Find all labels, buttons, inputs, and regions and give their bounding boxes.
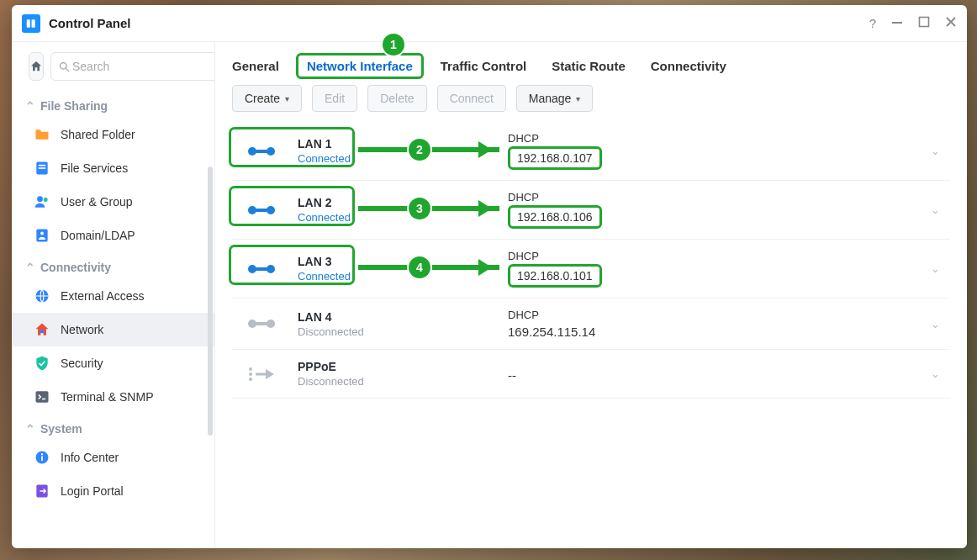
annotation-badge-3: 3 bbox=[409, 198, 430, 219]
interface-ip: -- bbox=[508, 368, 915, 383]
interface-status: Disconnected bbox=[298, 325, 508, 338]
interface-status: Disconnected bbox=[298, 375, 508, 388]
interface-row[interactable]: PPPoEDisconnected--⌄ bbox=[232, 350, 950, 399]
interface-list: 2LAN 1ConnectedDHCP192.168.0.107⌄3LAN 2C… bbox=[215, 122, 967, 399]
tabs: General Network Interface Traffic Contro… bbox=[215, 42, 967, 85]
file-services-icon bbox=[34, 160, 50, 177]
help-button[interactable]: ? bbox=[869, 16, 876, 30]
sidebar-item-external-access[interactable]: External Access bbox=[12, 279, 214, 313]
connect-button[interactable]: Connect bbox=[437, 85, 506, 112]
interface-row[interactable]: 3LAN 2ConnectedDHCP192.168.0.106⌄ bbox=[232, 181, 950, 240]
svg-rect-8 bbox=[39, 167, 45, 169]
svg-rect-31 bbox=[252, 322, 271, 325]
main-panel: General Network Interface Traffic Contro… bbox=[215, 42, 967, 548]
svg-rect-11 bbox=[36, 230, 47, 242]
annotation-badge-4: 4 bbox=[409, 256, 430, 278]
network-icon bbox=[34, 321, 50, 338]
interface-ip: 192.168.0.107 bbox=[508, 146, 602, 170]
interface-row[interactable]: LAN 4DisconnectedDHCP169.254.115.14⌄ bbox=[232, 298, 950, 350]
ethernet-icon bbox=[247, 316, 298, 331]
svg-rect-7 bbox=[39, 165, 45, 166]
manage-button[interactable]: Manage▾ bbox=[516, 85, 594, 112]
annotation-badge-1: 1 bbox=[383, 34, 404, 55]
sidebar-item-info-center[interactable]: Info Center bbox=[12, 441, 214, 474]
expand-toggle[interactable]: ⌄ bbox=[915, 318, 940, 330]
sidebar-scrollbar[interactable] bbox=[208, 166, 213, 436]
sidebar-item-user-group[interactable]: User & Group bbox=[12, 185, 214, 219]
sidebar-item-file-services[interactable]: File Services bbox=[12, 151, 214, 185]
svg-rect-15 bbox=[36, 391, 49, 402]
sidebar-item-shared-folder[interactable]: Shared Folder bbox=[12, 118, 214, 151]
tab-general[interactable]: General bbox=[232, 59, 279, 73]
tab-connectivity[interactable]: Connectivity bbox=[651, 59, 726, 73]
interface-ip: 169.254.115.14 bbox=[508, 325, 915, 339]
svg-rect-3 bbox=[920, 18, 929, 27]
shield-icon bbox=[34, 355, 50, 372]
section-connectivity[interactable]: ⌃ Connectivity bbox=[12, 252, 214, 279]
interface-name: LAN 4 bbox=[298, 310, 508, 324]
home-button[interactable] bbox=[29, 52, 44, 81]
expand-toggle[interactable]: ⌄ bbox=[915, 367, 940, 380]
svg-rect-14 bbox=[40, 330, 45, 333]
svg-point-33 bbox=[249, 372, 252, 376]
app-icon bbox=[22, 14, 40, 33]
create-button[interactable]: Create▾ bbox=[232, 85, 302, 112]
interface-row[interactable]: 2LAN 1ConnectedDHCP192.168.0.107⌄ bbox=[232, 122, 950, 181]
close-button[interactable] bbox=[945, 16, 957, 30]
tab-network-interface[interactable]: Network Interface bbox=[296, 53, 424, 79]
domain-icon bbox=[34, 227, 50, 244]
delete-button[interactable]: Delete bbox=[367, 85, 426, 112]
interface-ip: 192.168.0.101 bbox=[508, 264, 602, 288]
window-controls: ? bbox=[869, 16, 957, 30]
edit-button[interactable]: Edit bbox=[312, 85, 357, 112]
interface-name: PPPoE bbox=[298, 360, 508, 373]
search-input[interactable] bbox=[71, 59, 215, 74]
svg-line-5 bbox=[66, 68, 69, 71]
svg-rect-1 bbox=[32, 19, 35, 27]
interface-row[interactable]: 4LAN 3ConnectedDHCP192.168.0.101⌄ bbox=[232, 240, 950, 298]
login-portal-icon bbox=[34, 483, 50, 499]
control-panel-window: Control Panel ? ⌃ File bbox=[12, 5, 967, 548]
sidebar-item-terminal-snmp[interactable]: Terminal & SNMP bbox=[12, 380, 214, 414]
pppoe-icon bbox=[247, 366, 298, 383]
folder-icon bbox=[34, 126, 50, 143]
svg-rect-0 bbox=[27, 19, 30, 27]
titlebar: Control Panel ? bbox=[12, 5, 967, 42]
section-file-sharing[interactable]: ⌃ File Sharing bbox=[12, 91, 214, 118]
tab-traffic-control[interactable]: Traffic Control bbox=[441, 59, 527, 73]
caret-down-icon: ▾ bbox=[285, 94, 289, 103]
maximize-button[interactable] bbox=[918, 16, 930, 30]
chevron-up-icon: ⌃ bbox=[25, 99, 35, 113]
expand-toggle[interactable]: ⌄ bbox=[915, 145, 940, 157]
expand-toggle[interactable]: ⌄ bbox=[915, 203, 940, 216]
window-title: Control Panel bbox=[49, 16, 131, 30]
annotation-badge-2: 2 bbox=[409, 139, 430, 161]
chevron-up-icon: ⌃ bbox=[25, 261, 35, 274]
svg-point-32 bbox=[249, 367, 252, 371]
interface-mode: DHCP bbox=[508, 309, 915, 321]
search-box[interactable] bbox=[50, 52, 215, 81]
svg-rect-17 bbox=[41, 456, 43, 461]
sidebar-item-security[interactable]: Security bbox=[12, 346, 214, 380]
chevron-up-icon: ⌃ bbox=[25, 422, 35, 436]
sidebar-item-login-portal[interactable]: Login Portal bbox=[12, 474, 214, 508]
svg-point-4 bbox=[61, 62, 67, 69]
section-system[interactable]: ⌃ System bbox=[12, 414, 214, 441]
svg-point-34 bbox=[249, 378, 252, 381]
sidebar-item-domain-ldap[interactable]: Domain/LDAP bbox=[12, 219, 214, 252]
svg-point-12 bbox=[40, 232, 44, 235]
interface-mode: DHCP bbox=[508, 191, 915, 203]
external-access-icon bbox=[34, 288, 50, 304]
search-icon bbox=[58, 61, 71, 73]
terminal-icon bbox=[34, 388, 50, 405]
users-icon bbox=[34, 193, 50, 210]
toolbar: Create▾ Edit Delete Connect Manage▾ bbox=[215, 85, 967, 122]
svg-point-9 bbox=[37, 196, 43, 202]
tab-static-route[interactable]: Static Route bbox=[552, 59, 626, 73]
sidebar-item-network[interactable]: Network bbox=[12, 313, 214, 346]
sidebar: ⌃ File Sharing Shared Folder File Servic… bbox=[12, 42, 215, 548]
minimize-button[interactable] bbox=[891, 16, 903, 30]
interface-mode: DHCP bbox=[508, 250, 915, 262]
svg-point-10 bbox=[44, 198, 48, 202]
expand-toggle[interactable]: ⌄ bbox=[915, 262, 940, 275]
